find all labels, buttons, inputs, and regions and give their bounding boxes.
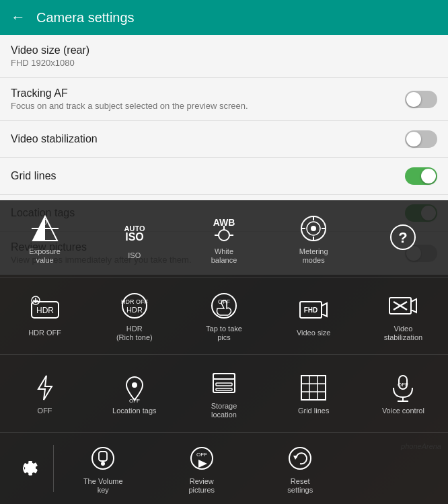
settings-row-content-video-stabilization: Video stabilization [11, 133, 405, 145]
svg-text:HDR: HDR [36, 306, 54, 315]
svg-text:OFF: OFF [218, 298, 230, 305]
quick-item-exposure-value[interactable]: 0 Exposurevalue [0, 206, 89, 271]
reset-settings-label: Resetsettings [287, 477, 313, 495]
voice-icon: OFF [387, 372, 419, 404]
iso-icon: AUTO ISO [118, 216, 151, 249]
exposure-icon: 0 [29, 212, 61, 245]
svg-point-13 [311, 226, 316, 231]
review-pictures-icon: OFF [186, 442, 218, 474]
svg-point-8 [219, 230, 229, 241]
svg-marker-35 [411, 299, 416, 312]
storage-icon [208, 367, 240, 399]
quick-item-help[interactable]: ? [359, 206, 448, 271]
svg-point-56 [101, 462, 105, 466]
settings-title-grid-lines: Grid lines [11, 170, 405, 182]
video-size-icon: FHD [297, 294, 330, 326]
settings-row-content-tracking-af: Tracking AFFocus on and track a subject … [11, 87, 405, 111]
quick-settings-overlay: 0 Exposurevalue AUTO ISO ISO AWB [0, 200, 448, 505]
quick-item-white-balance[interactable]: AWB Whitebalance [179, 206, 268, 271]
header: ← Camera settings [0, 0, 448, 35]
svg-text:OFF: OFF [129, 398, 140, 403]
svg-text:0: 0 [43, 218, 47, 226]
svg-rect-55 [99, 452, 107, 461]
svg-rect-44 [216, 388, 232, 390]
flash-icon [29, 372, 61, 404]
svg-marker-38 [38, 376, 52, 400]
settings-row-grid-lines[interactable]: Grid lines [0, 158, 448, 195]
settings-row-video-stabilization[interactable]: Video stabilization [0, 121, 448, 158]
svg-text:?: ? [399, 229, 408, 246]
hdr-small-icon: HDR [29, 294, 61, 326]
flash-label: OFF [38, 407, 52, 415]
location-tags-q-label: Location tags [112, 407, 156, 415]
toggle-knob-video-stabilization [406, 132, 421, 146]
settings-title-video-stabilization: Video stabilization [11, 133, 405, 145]
quick-item-grid-lines[interactable]: Grid lines [269, 360, 359, 426]
header-title: Camera settings [36, 10, 135, 26]
svg-marker-32 [322, 303, 327, 317]
toggle-knob-grid-lines [421, 169, 436, 183]
grid-icon [297, 372, 330, 404]
toggle-tracking-af[interactable] [405, 91, 437, 108]
svg-point-54 [92, 448, 114, 469]
toggle-video-stabilization[interactable] [405, 130, 437, 148]
toggle-grid-lines[interactable] [405, 167, 437, 185]
quick-item-location-tags[interactable]: OFF Location tags [89, 360, 179, 426]
settings-title-video-size-rear: Video size (rear) [11, 44, 437, 56]
quick-item-iso[interactable]: AUTO ISO ISO [89, 206, 179, 271]
quick-item-video-stabilization[interactable]: Videostabilization [359, 283, 448, 349]
quick-item-tap-to-take[interactable]: OFF Tap to takepics [179, 283, 268, 349]
svg-text:HDR: HDR [126, 306, 143, 314]
quick-item-voice-control[interactable]: OFF Voice control [359, 360, 448, 426]
quick-item-hdr-small[interactable]: HDR HDR OFF [0, 283, 89, 349]
toggle-knob-tracking-af [406, 92, 421, 107]
back-button[interactable]: ← [11, 9, 26, 26]
video-stabilization-q-label: Videostabilization [384, 325, 422, 342]
quick-item-storage-location[interactable]: Storagelocation [179, 360, 268, 426]
settings-title-tracking-af: Tracking AF [11, 87, 405, 99]
wb-icon: AWB [208, 212, 240, 245]
svg-text:ISO: ISO [125, 231, 144, 243]
review-pictures-q-label: Reviewpictures [188, 477, 215, 495]
video-stabilization-icon [387, 290, 419, 322]
quick-settings-row-2: HDR HDR OFF HDR OFF HDR HDR(Rich tone) [0, 277, 448, 354]
settings-subtitle-tracking-af: Focus on and track a subject selected on… [11, 101, 405, 111]
location-icon: OFF [118, 372, 151, 404]
exposure-label: Exposurevalue [29, 247, 60, 265]
quick-item-volume-key[interactable]: The Volumekey [54, 435, 153, 501]
bottom-grid: The Volumekey OFF Reviewpictures [54, 435, 448, 501]
wb-label: Whitebalance [211, 247, 237, 265]
tap-icon: OFF [208, 290, 240, 322]
svg-point-60 [289, 448, 311, 469]
quick-item-flash[interactable]: OFF [0, 360, 89, 426]
hdr-rich-label: HDR(Rich tone) [116, 325, 153, 342]
svg-text:OFF: OFF [398, 382, 408, 388]
tap-to-take-label: Tap to takepics [206, 325, 242, 342]
metering-label: Meteringmodes [299, 247, 328, 265]
svg-text:OFF: OFF [196, 452, 207, 458]
svg-rect-45 [301, 376, 326, 400]
metering-icon [297, 212, 330, 245]
settings-row-video-size-rear: Video size (rear)FHD 1920x1080 [0, 35, 448, 78]
iso-label: ISO [128, 251, 141, 260]
voice-control-label: Voice control [382, 407, 424, 415]
quick-item-hdr-rich[interactable]: HDR OFF HDR HDR(Rich tone) [89, 283, 179, 349]
reset-icon [284, 442, 316, 474]
grid-lines-q-label: Grid lines [298, 407, 329, 415]
settings-row-tracking-af[interactable]: Tracking AFFocus on and track a subject … [0, 78, 448, 121]
quick-item-video-size[interactable]: FHD Video size [269, 283, 359, 349]
quick-item-metering[interactable]: Meteringmodes [269, 206, 359, 271]
hdr-rich-icon: HDR OFF HDR [118, 290, 151, 322]
help-icon: ? [387, 221, 419, 253]
settings-row-content-grid-lines: Grid lines [11, 170, 405, 182]
video-size-label: Video size [297, 329, 331, 337]
quick-item-reset-settings[interactable]: Resetsettings [251, 435, 350, 501]
svg-point-29 [212, 294, 236, 318]
quick-item-review-pictures[interactable]: OFF Reviewpictures [153, 435, 252, 501]
hdr-small-label: HDR OFF [28, 329, 61, 337]
svg-text:HDR OFF: HDR OFF [121, 298, 148, 305]
quick-settings-bottom: The Volumekey OFF Reviewpictures [0, 432, 448, 504]
gear-button[interactable] [0, 445, 54, 492]
storage-label: Storagelocation [211, 402, 237, 419]
settings-subtitle-video-size-rear: FHD 1920x1080 [11, 58, 437, 68]
